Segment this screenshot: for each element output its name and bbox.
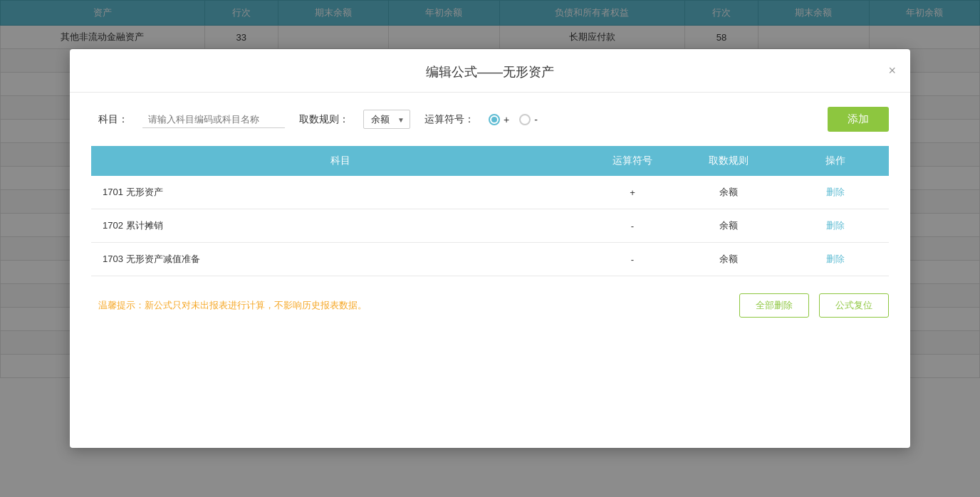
modal-overlay: 编辑公式——无形资产 × 科目： 取数规则： 余额 ▼ 运算符号： + (0, 0, 980, 497)
add-button[interactable]: 添加 (828, 107, 889, 132)
formula-operator: - (590, 209, 675, 243)
table-header-operator: 运算符号 (590, 146, 675, 176)
radio-plus-label: + (504, 114, 509, 125)
subject-label: 科目： (98, 113, 128, 126)
radio-minus-circle (519, 114, 531, 125)
table-header-action: 操作 (782, 146, 889, 176)
footer-buttons: 全部删除 公式复位 (739, 293, 889, 318)
modal-footer: 温馨提示：新公式只对未出报表进行计算，不影响历史报表数据。 全部删除 公式复位 (70, 276, 910, 325)
rule-select[interactable]: 余额 (363, 110, 410, 129)
operator-label: 运算符号： (424, 113, 474, 126)
formula-rule: 余额 (675, 243, 782, 276)
radio-minus[interactable]: - (519, 114, 538, 125)
reset-button[interactable]: 公式复位 (819, 293, 889, 318)
formula-subject: 1701 无形资产 (91, 176, 590, 209)
tip-text: 温馨提示：新公式只对未出报表进行计算，不影响历史报表数据。 (98, 299, 367, 312)
formula-action: 删除 (782, 176, 889, 209)
formula-row: 1702 累计摊销-余额删除 (91, 209, 889, 243)
formula-action: 删除 (782, 243, 889, 276)
formula-row: 1701 无形资产+余额删除 (91, 176, 889, 209)
radio-minus-label: - (534, 114, 538, 125)
delete-all-button[interactable]: 全部删除 (739, 293, 809, 318)
table-header-subject: 科目 (91, 146, 590, 176)
formula-table: 科目 运算符号 取数规则 操作 1701 无形资产+余额删除1702 累计摊销-… (91, 146, 889, 276)
modal-title: 编辑公式——无形资产 (426, 63, 554, 80)
form-row: 科目： 取数规则： 余额 ▼ 运算符号： + - (70, 93, 910, 146)
subject-input[interactable] (142, 111, 285, 128)
modal-close-button[interactable]: × (888, 64, 896, 77)
operator-radio-group: + - (489, 114, 538, 125)
radio-plus[interactable]: + (489, 114, 509, 125)
modal-dialog: 编辑公式——无形资产 × 科目： 取数规则： 余额 ▼ 运算符号： + (70, 49, 910, 448)
delete-link[interactable]: 删除 (826, 253, 845, 264)
formula-operator: + (590, 176, 675, 209)
formula-operator: - (590, 243, 675, 276)
formula-rule: 余额 (675, 209, 782, 243)
formula-row: 1703 无形资产减值准备-余额删除 (91, 243, 889, 276)
formula-subject: 1703 无形资产减值准备 (91, 243, 590, 276)
table-header-rule: 取数规则 (675, 146, 782, 176)
data-table-wrapper: 科目 运算符号 取数规则 操作 1701 无形资产+余额删除1702 累计摊销-… (91, 146, 889, 276)
delete-link[interactable]: 删除 (826, 220, 845, 231)
radio-plus-circle (489, 114, 500, 125)
rule-label: 取数规则： (299, 113, 349, 126)
modal-header: 编辑公式——无形资产 × (70, 49, 910, 93)
rule-select-container: 余额 ▼ (363, 110, 410, 129)
formula-action: 删除 (782, 209, 889, 243)
formula-rule: 余额 (675, 176, 782, 209)
formula-subject: 1702 累计摊销 (91, 209, 590, 243)
delete-link[interactable]: 删除 (826, 187, 845, 197)
